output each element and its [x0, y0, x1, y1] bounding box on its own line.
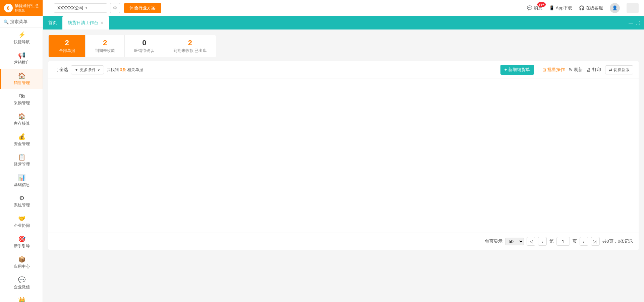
close-tab-icon[interactable]: ✕ — [100, 20, 104, 25]
refresh-button[interactable]: ↻ 刷新 — [569, 67, 583, 73]
stats-tab-3[interactable]: 2到期未收款 已出库 — [164, 35, 216, 57]
header-right: 💬 消息 99+ 📱 App下载 🎧 在线客服 👤 — [527, 3, 639, 13]
first-page-icon: |◁ — [529, 239, 533, 244]
pagination: 每页显示 102050100 |◁ ‹ 第 页 › ▷| 共0页，0条记录 — [48, 233, 639, 250]
online-service-action[interactable]: 🎧 在线客服 — [579, 5, 603, 11]
sidebar-item-marketing[interactable]: 📢营销推广 — [0, 48, 43, 69]
toolbar-left: 全选 ▼ 更多条件 ∨ 共找到 0条 相关单据 — [54, 65, 496, 74]
next-page-button[interactable]: › — [580, 237, 588, 246]
switch-icon: ⇄ — [609, 67, 612, 72]
sidebar-item-inventory[interactable]: 🏠库存核算 — [0, 109, 43, 130]
batch-icon: ⊞ — [542, 67, 546, 72]
settings-button[interactable]: ⚙ — [110, 3, 120, 13]
per-page-select[interactable]: 102050100 — [505, 238, 524, 245]
chevron-down-icon: ∨ — [97, 67, 100, 72]
purchase-icon: 🛍 — [19, 93, 25, 100]
sidebar-item-member[interactable]: 👑畅会员 — [0, 293, 43, 302]
search-icon: 🔍 — [3, 19, 9, 24]
select-all-checkbox[interactable]: 全选 — [54, 67, 68, 73]
table-area — [48, 78, 639, 233]
operations-icon: 📋 — [18, 154, 25, 161]
trial-button[interactable]: 体验行业方案 — [124, 3, 161, 13]
last-page-icon: ▷| — [593, 239, 597, 244]
sidebar-item-cooperation[interactable]: 🤝企业协同 — [0, 212, 43, 232]
nav-tabs: 首页 钱货日清工作台 ✕ — ⛶ — [43, 16, 644, 29]
page-number-input[interactable] — [556, 237, 570, 246]
message-icon: 💬 — [527, 5, 532, 10]
found-text: 共找到 0条 相关单据 — [107, 67, 143, 73]
window-expand-icon[interactable]: ⛶ — [636, 20, 640, 25]
stats-tab-2[interactable]: 0旺铺待确认 — [125, 35, 164, 57]
cooperation-icon: 🤝 — [18, 215, 25, 222]
member-icon: 👑 — [18, 297, 25, 302]
basic-info-icon: 📊 — [18, 174, 25, 181]
toolbar: 全选 ▼ 更多条件 ∨ 共找到 0条 相关单据 + 新增销货单 ⊞ 批量操作 — [48, 61, 639, 78]
sidebar-item-basic-info[interactable]: 📊基础信息 — [0, 171, 43, 191]
sidebar-item-app-center[interactable]: 📦应用中心 — [0, 252, 43, 273]
quick-nav-icon: ⚡ — [18, 31, 25, 39]
divider — [538, 67, 538, 72]
filter-icon: ▼ — [74, 67, 78, 72]
sidebar-item-finance[interactable]: 💰资金管理 — [0, 130, 43, 150]
batch-operation-button[interactable]: ⊞ 批量操作 — [542, 67, 565, 73]
sidebar-search[interactable]: 🔍 搜索菜单 — [0, 16, 43, 28]
tab-home[interactable]: 首页 — [43, 16, 62, 29]
first-page-button[interactable]: |◁ — [527, 237, 535, 246]
company-selector[interactable]: XXXXXX公司 ▾ — [54, 3, 107, 13]
sidebar-item-system[interactable]: ⚙系统管理 — [0, 191, 43, 212]
sidebar-item-sales[interactable]: 🏠销售管理 — [0, 69, 43, 89]
service-icon: 🎧 — [579, 5, 584, 10]
app-name: 畅捷通好生意 — [15, 3, 39, 8]
stats-tabs: 2全部单据2到期未收款0旺铺待确认2到期未收款 已出库 — [48, 35, 216, 57]
next-page-icon: › — [583, 239, 584, 244]
toolbar-right: + 新增销货单 ⊞ 批量操作 ↻ 刷新 🖨 打印 ⇄ 切换新版 — [500, 65, 633, 75]
chevron-down-icon: ▾ — [86, 6, 87, 10]
user-extra[interactable] — [627, 3, 639, 13]
top-header: XXXXXX公司 ▾ ⚙ 体验行业方案 💬 消息 99+ 📱 App下载 🎧 在… — [43, 0, 644, 16]
prev-page-icon: ‹ — [541, 239, 543, 244]
filter-button[interactable]: ▼ 更多条件 ∨ — [71, 65, 104, 74]
marketing-icon: 📢 — [18, 52, 25, 59]
guide-icon: 🎯 — [18, 235, 25, 243]
sidebar-item-operations[interactable]: 📋经营管理 — [0, 150, 43, 171]
total-records: 共0页，0条记录 — [602, 238, 633, 244]
logo-icon: 6 — [4, 4, 13, 12]
main-content: 2全部单据2到期未收款0旺铺待确认2到期未收款 已出库 全选 ▼ 更多条件 ∨ … — [43, 29, 644, 302]
company-name: XXXXXX公司 — [57, 5, 84, 11]
message-action[interactable]: 💬 消息 99+ — [527, 5, 542, 11]
sidebar-item-purchase[interactable]: 🛍采购管理 — [0, 89, 43, 109]
sidebar-item-guide[interactable]: 🎯新手引导 — [0, 232, 43, 252]
refresh-icon: ↻ — [569, 67, 573, 72]
app-center-icon: 📦 — [18, 256, 25, 263]
print-icon: 🖨 — [587, 67, 591, 72]
prev-page-button[interactable]: ‹ — [538, 237, 547, 246]
new-sale-button[interactable]: + 新增销货单 — [500, 65, 534, 75]
window-minimize-icon[interactable]: — — [629, 20, 633, 25]
select-all-input[interactable] — [54, 68, 58, 72]
system-icon: ⚙ — [19, 194, 24, 202]
sidebar-item-quick-nav[interactable]: ⚡快捷导航 — [0, 28, 43, 48]
finance-icon: 💰 — [18, 133, 25, 140]
inventory-icon: 🏠 — [18, 113, 25, 120]
print-button[interactable]: 🖨 打印 — [587, 67, 601, 73]
sidebar-item-wecom[interactable]: 💬企业微信 — [0, 273, 43, 293]
sidebar-nav: ⚡快捷导航📢营销推广🏠销售管理🛍采购管理🏠库存核算💰资金管理📋经营管理📊基础信息… — [0, 28, 43, 302]
avatar-icon: 👤 — [612, 5, 618, 10]
user-avatar[interactable]: 👤 — [610, 3, 620, 13]
app-download-action[interactable]: 📱 App下载 — [549, 5, 572, 11]
stats-tab-1[interactable]: 2到期未收款 — [86, 35, 125, 57]
download-icon: 📱 — [549, 5, 554, 10]
tab-qingong[interactable]: 钱货日清工作台 ✕ — [62, 16, 109, 29]
message-badge: 99+ — [537, 2, 546, 7]
last-page-button[interactable]: ▷| — [591, 237, 600, 246]
switch-version-button[interactable]: ⇄ 切换新版 — [605, 65, 633, 74]
wecom-icon: 💬 — [18, 276, 25, 284]
stats-tab-0[interactable]: 2全部单据 — [49, 35, 86, 57]
sidebar: 6 畅捷通好生意 标准版 🔍 搜索菜单 ⚡快捷导航📢营销推广🏠销售管理🛍采购管理… — [0, 0, 43, 302]
app-sub: 标准版 — [15, 8, 39, 13]
content-area: 全选 ▼ 更多条件 ∨ 共找到 0条 相关单据 + 新增销货单 ⊞ 批量操作 — [48, 61, 639, 250]
sales-icon: 🏠 — [18, 72, 25, 79]
sidebar-logo: 6 畅捷通好生意 标准版 — [0, 0, 43, 16]
